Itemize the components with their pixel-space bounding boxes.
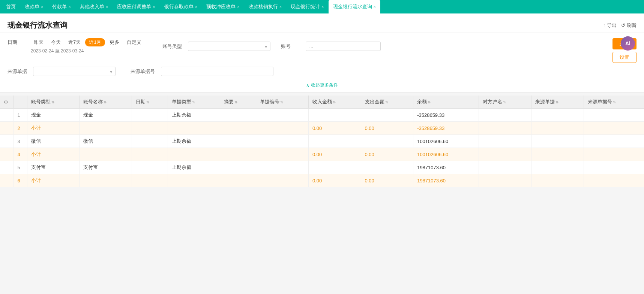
top-navigation: 首页 收款单× 付款单× 其他收入单× 应收应付调整单× 银行存取款单× 预收冲… xyxy=(0,0,644,13)
nav-item-other-income[interactable]: 其他收入单× xyxy=(75,0,113,13)
cell-income: 0.00 xyxy=(308,122,361,135)
cell-empty xyxy=(0,161,14,174)
cell-doc-type xyxy=(168,148,220,161)
col-account-type[interactable]: 账号类型⇅ xyxy=(27,96,80,109)
cell-doc-type xyxy=(168,174,220,187)
col-doc-type[interactable]: 单据类型⇅ xyxy=(168,96,220,109)
date-yesterday[interactable]: 昨天 xyxy=(31,38,47,46)
close-icon[interactable]: × xyxy=(237,4,239,9)
date-custom[interactable]: 自定义 xyxy=(124,38,144,46)
date-7days[interactable]: 近7天 xyxy=(65,38,84,46)
col-summary[interactable]: 摘要⇅ xyxy=(220,96,256,109)
cell-source-doc xyxy=(531,122,584,135)
close-icon[interactable]: × xyxy=(41,4,43,9)
sort-icon: ⇅ xyxy=(146,100,149,104)
table-row: 5支付宝支付宝上期余额19871073.60 xyxy=(0,161,644,174)
cell-date xyxy=(132,122,168,135)
date-more[interactable]: 更多 xyxy=(107,38,122,46)
close-icon[interactable]: × xyxy=(374,4,376,9)
cell-income xyxy=(308,161,361,174)
gear-icon[interactable]: ⚙ xyxy=(4,99,8,105)
col-date[interactable]: 日期⇅ xyxy=(132,96,168,109)
cell-account-name xyxy=(80,122,132,135)
table-body: 1现金现金上期余额-3528659.332小计0.000.00-3528659.… xyxy=(0,109,644,187)
cell-source-doc-no xyxy=(584,122,644,135)
source-doc-select[interactable] xyxy=(33,67,116,76)
cell-counterpart xyxy=(479,174,531,187)
account-dots-icon[interactable]: ... xyxy=(309,43,313,49)
cell-counterpart xyxy=(479,109,531,122)
cell-doc-type xyxy=(168,122,220,135)
col-account-name[interactable]: 账号名称⇅ xyxy=(80,96,132,109)
col-doc-no[interactable]: 单据编号⇅ xyxy=(256,96,309,109)
ai-assistant-button[interactable]: Ai xyxy=(621,36,635,51)
refresh-icon: ↺ xyxy=(621,22,625,28)
col-balance[interactable]: 余额⇅ xyxy=(413,96,479,109)
nav-item-ar-adjust[interactable]: 应收应付调整单× xyxy=(113,0,159,13)
col-counterpart[interactable]: 对方户名⇅ xyxy=(479,96,531,109)
close-icon[interactable]: × xyxy=(195,4,197,9)
nav-item-receipts[interactable]: 收款单× xyxy=(20,0,48,13)
nav-item-cash-stats[interactable]: 现金银行统计× xyxy=(286,0,328,13)
collapse-bar: ∧ 收起更多条件 xyxy=(8,82,636,88)
cell-date xyxy=(132,148,168,161)
date-today[interactable]: 今天 xyxy=(48,38,64,46)
sort-icon: ⇅ xyxy=(192,100,195,104)
cell-expense: 0.00 xyxy=(361,148,413,161)
cell-empty xyxy=(0,109,14,122)
cell-doc-type: 上期余额 xyxy=(168,135,220,148)
cell-account-type: 小计 xyxy=(27,122,80,135)
cell-summary xyxy=(220,122,256,135)
cell-expense: 0.00 xyxy=(361,122,413,135)
nav-item-bank-deposit[interactable]: 银行存取款单× xyxy=(160,0,202,13)
nav-item-prepaid[interactable]: 预收冲应收单× xyxy=(202,0,244,13)
nav-item-cash-flow[interactable]: 现金银行流水查询× xyxy=(329,0,380,13)
col-source-doc-no[interactable]: 来源单据号⇅ xyxy=(584,96,644,109)
table-row: 3微信微信上期余额100102606.60 xyxy=(0,135,644,148)
sort-icon: ⇅ xyxy=(555,100,558,104)
export-button[interactable]: ↑ 导出 xyxy=(603,22,617,29)
col-source-doc[interactable]: 来源单据⇅ xyxy=(531,96,584,109)
cell-summary xyxy=(220,148,256,161)
col-settings[interactable]: ⚙ xyxy=(0,96,14,109)
page-header: 现金银行流水查询 ↑ 导出 ↺ 刷新 xyxy=(0,13,644,33)
cell-summary xyxy=(220,174,256,187)
source-doc-no-input[interactable] xyxy=(161,67,273,76)
cell-num: 2 xyxy=(14,122,27,135)
table-row: 4小计0.000.00100102606.60 xyxy=(0,148,644,161)
nav-item-receipt-exec[interactable]: 收款核销执行× xyxy=(244,0,286,13)
close-icon[interactable]: × xyxy=(106,4,108,9)
cell-income: 0.00 xyxy=(308,148,361,161)
nav-item-payments[interactable]: 付款单× xyxy=(48,0,75,13)
date-1month[interactable]: 近1月 xyxy=(85,38,105,46)
cell-expense xyxy=(361,109,413,122)
date-filter-label: 日期 xyxy=(8,39,26,46)
cell-counterpart xyxy=(479,148,531,161)
nav-item-home[interactable]: 首页 xyxy=(2,0,20,13)
close-icon[interactable]: × xyxy=(321,4,324,9)
cell-empty xyxy=(0,174,14,187)
col-expense[interactable]: 支出金额⇅ xyxy=(361,96,413,109)
cell-summary xyxy=(220,109,256,122)
date-shortcuts: 昨天 今天 近7天 近1月 更多 自定义 xyxy=(31,38,144,46)
settings-button[interactable]: 设置 xyxy=(612,52,636,63)
close-icon[interactable]: × xyxy=(279,4,282,9)
close-icon[interactable]: × xyxy=(68,4,71,9)
close-icon[interactable]: × xyxy=(153,4,155,9)
account-type-select[interactable] xyxy=(188,42,270,51)
cell-account-name: 现金 xyxy=(80,109,132,122)
cell-account-type: 现金 xyxy=(27,109,80,122)
cell-counterpart xyxy=(479,122,531,135)
cell-summary xyxy=(220,161,256,174)
cell-num: 3 xyxy=(14,135,27,148)
cell-expense: 0.00 xyxy=(361,174,413,187)
col-income[interactable]: 收入金额⇅ xyxy=(308,96,361,109)
cell-income: 0.00 xyxy=(308,174,361,187)
refresh-button[interactable]: ↺ 刷新 xyxy=(621,22,636,29)
account-input-wrapper[interactable]: ... xyxy=(306,42,381,51)
collapse-button[interactable]: ∧ 收起更多条件 xyxy=(306,82,338,88)
table-header-row: ⚙ 账号类型⇅ 账号名称⇅ 日期⇅ 单据类型⇅ 摘要⇅ xyxy=(0,96,644,109)
sort-icon: ⇅ xyxy=(104,100,107,104)
date-range-display: 2023-02-24 至 2023-03-24 xyxy=(31,48,84,54)
table-row: 1现金现金上期余额-3528659.33 xyxy=(0,109,644,122)
